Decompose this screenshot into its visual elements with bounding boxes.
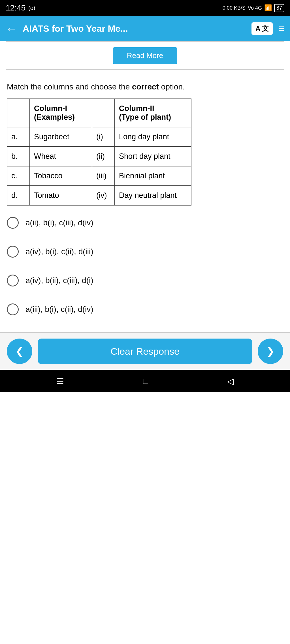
question-instruction: Match the columns and choose the correct… — [0, 70, 290, 99]
row-a-label: a. — [7, 127, 30, 147]
row-b-label: b. — [7, 147, 30, 166]
row-a-type: Long day plant — [115, 127, 191, 147]
main-content: Read More Match the columns and choose t… — [0, 41, 290, 644]
table-header-empty1 — [7, 99, 30, 127]
nav-bar: ← AIATS for Two Year Me... A 文 ≡ — [0, 16, 290, 41]
instruction-bold: correct — [132, 82, 159, 91]
option-2[interactable]: a(iv), b(i), c(ii), d(iii) — [7, 246, 283, 258]
status-indicator: (o) — [28, 5, 35, 11]
match-table: Column-I(Examples) Column-II(Type of pla… — [7, 99, 191, 206]
bottom-bar: ❮ Clear Response ❯ — [0, 333, 290, 370]
instruction-start: Match the columns and choose the — [7, 82, 132, 91]
row-c-example: Tobacco — [30, 166, 92, 186]
row-b-num: (ii) — [92, 147, 115, 166]
options-section: a(ii), b(i), c(iii), d(iv) a(iv), b(i), … — [0, 206, 290, 315]
table-row: d. Tomato (iv) Day neutral plant — [7, 186, 191, 205]
menu-button[interactable]: ≡ — [278, 23, 284, 35]
row-a-example: Sugarbeet — [30, 127, 92, 147]
option-4-label: a(iii), b(i), c(ii), d(iv) — [25, 305, 93, 314]
read-more-button[interactable]: Read More — [113, 47, 178, 64]
clear-response-button[interactable]: Clear Response — [38, 339, 252, 364]
translate-label: A 文 — [255, 24, 269, 33]
row-b-type: Short day plant — [115, 147, 191, 166]
read-more-section: Read More — [6, 41, 284, 70]
table-col2-header: Column-II(Type of plant) — [115, 99, 191, 127]
table-row: b. Wheat (ii) Short day plant — [7, 147, 191, 166]
android-back-icon[interactable]: ◁ — [227, 376, 234, 386]
row-c-label: c. — [7, 166, 30, 186]
data-speed: 0.00 KB/S — [223, 5, 246, 11]
match-table-wrapper: Column-I(Examples) Column-II(Type of pla… — [0, 99, 290, 206]
back-button[interactable]: ← — [6, 22, 17, 35]
status-icons: 0.00 KB/S Vo 4G 📶 87 — [223, 4, 284, 12]
row-d-example: Tomato — [30, 186, 92, 205]
android-menu-icon[interactable]: ☰ — [56, 376, 64, 386]
network-icon: Vo 4G — [248, 5, 262, 11]
radio-option-2[interactable] — [7, 246, 19, 258]
option-4[interactable]: a(iii), b(i), c(ii), d(iv) — [7, 303, 283, 315]
status-bar: 12:45 (o) 0.00 KB/S Vo 4G 📶 87 — [0, 0, 290, 16]
prev-button[interactable]: ❮ — [7, 339, 32, 364]
translate-button[interactable]: A 文 — [251, 22, 273, 35]
option-1[interactable]: a(ii), b(i), c(iii), d(iv) — [7, 217, 283, 229]
status-time: 12:45 — [6, 3, 25, 12]
table-header-empty2 — [92, 99, 115, 127]
instruction-end: option. — [159, 82, 185, 91]
option-1-label: a(ii), b(i), c(iii), d(iv) — [25, 218, 93, 227]
row-c-type: Biennial plant — [115, 166, 191, 186]
row-d-num: (iv) — [92, 186, 115, 205]
next-icon: ❯ — [266, 345, 275, 357]
option-3[interactable]: a(iv), b(ii), c(iii), d(i) — [7, 275, 283, 286]
battery-indicator: 87 — [274, 4, 284, 12]
next-button[interactable]: ❯ — [258, 339, 283, 364]
radio-option-3[interactable] — [7, 275, 19, 286]
table-row: c. Tobacco (iii) Biennial plant — [7, 166, 191, 186]
prev-icon: ❮ — [15, 345, 24, 357]
nav-title: AIATS for Two Year Me... — [23, 23, 246, 34]
row-d-type: Day neutral plant — [115, 186, 191, 205]
row-a-num: (i) — [92, 127, 115, 147]
row-d-label: d. — [7, 186, 30, 205]
row-b-example: Wheat — [30, 147, 92, 166]
row-c-num: (iii) — [92, 166, 115, 186]
radio-option-1[interactable] — [7, 217, 19, 229]
signal-icon: 📶 — [264, 4, 272, 12]
option-2-label: a(iv), b(i), c(ii), d(iii) — [25, 247, 93, 256]
table-row: a. Sugarbeet (i) Long day plant — [7, 127, 191, 147]
radio-option-4[interactable] — [7, 303, 19, 315]
android-nav-bar: ☰ □ ◁ — [0, 370, 290, 392]
option-3-label: a(iv), b(ii), c(iii), d(i) — [25, 276, 93, 285]
table-col1-header: Column-I(Examples) — [30, 99, 92, 127]
android-home-icon[interactable]: □ — [143, 376, 148, 386]
